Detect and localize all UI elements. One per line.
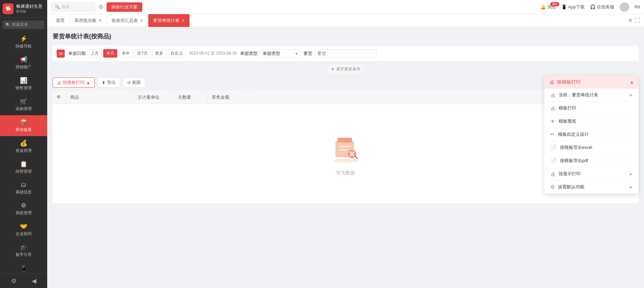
- finance-icon: 💰: [20, 139, 27, 147]
- close-window-icon[interactable]: ✕: [628, 17, 633, 24]
- tab-inventory-batch[interactable]: 库存批次账 ✕: [70, 14, 107, 27]
- sidebar-item-system[interactable]: ⚙ 系统管理: [0, 198, 47, 219]
- sidebar-item-basic-info[interactable]: 🗂 基础信息: [0, 178, 47, 198]
- default-fn-arrow: ▶: [630, 185, 633, 189]
- tab-receipt-summary-close[interactable]: ✕: [140, 18, 143, 23]
- sidebar-item-corp-collab[interactable]: 🤝 企业协同: [0, 219, 47, 240]
- trial-button[interactable]: 体验行业方案: [107, 2, 142, 12]
- app-badge: 标准版: [16, 9, 42, 14]
- dropdown-display-print[interactable]: 🖨 按显示打印 ▶: [544, 167, 639, 181]
- maximize-window-icon[interactable]: ⛶: [635, 18, 640, 24]
- doc-type-select-wrapper: 单据类型 ▼: [260, 49, 300, 58]
- inventory-icon: 📦: [20, 119, 27, 126]
- dropdown-collapse-icon[interactable]: ▲: [630, 80, 634, 85]
- export-button[interactable]: ⬆ 导出: [97, 77, 120, 88]
- sidebar-item-label: 销售管理: [16, 85, 32, 91]
- page-title: 要货单统计表(按商品): [53, 32, 639, 40]
- dropdown-template-custom[interactable]: ✏ 模板自定义设计: [544, 128, 639, 141]
- sidebar-item-newbie[interactable]: 🎓 新手引导: [0, 240, 47, 261]
- date-filter-label: 单据日期: [68, 51, 86, 57]
- collapse-icon[interactable]: ◀: [32, 277, 36, 285]
- filter-expand-button[interactable]: ≫: [57, 50, 65, 58]
- logo-icon: 畅: [3, 3, 13, 14]
- tab-home[interactable]: 首页: [51, 14, 70, 27]
- sidebar: 畅 畅康通好生意 标准版 🔍 搜索菜单 ⚡ 快捷导航 📢 营销推广 📊 销售管理…: [0, 0, 47, 288]
- chevron-down-icon: ▼: [331, 67, 335, 72]
- expand-more-button[interactable]: ▼ 展开更多条件: [327, 65, 364, 73]
- sidebar-item-app-center[interactable]: 📱 应用中心: [0, 261, 47, 274]
- date-btn-custom[interactable]: 自定义: [168, 49, 186, 58]
- dropdown-template-preview[interactable]: 👁 模板预览: [544, 115, 639, 128]
- sidebar-item-inventory[interactable]: 📦 库存核算: [0, 115, 47, 136]
- default-fn-label: 设置默认功能: [558, 184, 584, 190]
- app-download-button[interactable]: 📱 App下载: [561, 4, 585, 10]
- sidebar-search[interactable]: 🔍 搜索菜单: [3, 21, 45, 29]
- chevron-up-icon: ▲: [86, 80, 90, 85]
- dropdown-default-fn[interactable]: ⚙ 设置默认功能 ▶: [544, 181, 639, 194]
- sidebar-item-label: 经营管理: [16, 169, 32, 174]
- dropdown-header-left: 🖨 按模板打印: [549, 79, 581, 85]
- th-settings[interactable]: ⚙: [53, 91, 66, 104]
- newbie-icon: 🎓: [20, 244, 27, 251]
- refresh-button[interactable]: ↺ 刷新: [123, 77, 145, 88]
- svg-point-0: [333, 159, 358, 163]
- settings-footer-icon[interactable]: ⚙: [11, 277, 17, 285]
- topbar: 🔍 搜索 ⚙ 体验行业方案 🔔 消息 99+ 📱 App下载 🎧 在线客服 Ri…: [47, 0, 644, 14]
- tab-order-summary-close[interactable]: ✕: [181, 18, 185, 23]
- sidebar-item-quick-nav[interactable]: ⚡ 快捷导航: [0, 32, 47, 53]
- dropdown-template-pdf[interactable]: 📄 按模板导出pdf: [544, 154, 639, 167]
- date-btn-this-year[interactable]: 本年: [119, 49, 133, 58]
- default-fn-icon: ⚙: [550, 184, 555, 190]
- dropdown-template-excel[interactable]: 📄 按模板导出excel: [544, 141, 639, 154]
- template-preview-icon: 👁: [550, 119, 555, 124]
- bell-icon: 🔔: [540, 4, 546, 9]
- date-btn-7days[interactable]: 近7天: [134, 49, 151, 58]
- topbar-gear-icon[interactable]: ⚙: [98, 4, 103, 10]
- date-btn-this-month[interactable]: 本月: [103, 49, 117, 58]
- tab-receipt-summary-label: 收发存汇总表: [112, 18, 138, 24]
- basic-info-icon: 🗂: [21, 181, 27, 188]
- online-service-label: 在线客服: [597, 4, 614, 10]
- sidebar-item-label: 资金管理: [16, 148, 32, 154]
- export-label: 导出: [107, 79, 116, 86]
- topbar-search[interactable]: 🔍 搜索: [51, 2, 95, 11]
- current-item-icon: 🖨: [550, 92, 555, 98]
- online-service-button[interactable]: 🎧 在线客服: [590, 4, 614, 10]
- dropdown-header[interactable]: 🖨 按模板打印 ▲: [544, 76, 639, 89]
- template-print-label: 按模板打印: [63, 79, 85, 86]
- printer-icon: 🖨: [57, 80, 61, 85]
- sidebar-item-label: 基础信息: [16, 189, 32, 195]
- yh-filter: 要货: [303, 49, 377, 58]
- message-badge: 99+: [550, 2, 559, 6]
- template-print-menu-label: 模板打印: [559, 105, 576, 111]
- doc-type-select[interactable]: 单据类型: [260, 49, 300, 58]
- tab-home-label: 首页: [56, 18, 65, 24]
- username-label[interactable]: Rit: [635, 4, 640, 9]
- date-btn-more[interactable]: 更多: [152, 49, 166, 58]
- sidebar-item-label: 新手引导: [16, 252, 32, 258]
- sidebar-item-finance[interactable]: 💰 资金管理: [0, 136, 47, 157]
- tab-order-summary-label: 要货单统计表: [153, 18, 179, 24]
- template-print-menu-icon: 🖨: [550, 105, 555, 111]
- dropdown-current-item[interactable]: 🖨 当前：要货单统计表 ▶: [544, 89, 639, 102]
- user-avatar[interactable]: [620, 2, 629, 12]
- sidebar-item-marketing[interactable]: 📢 营销推广: [0, 53, 47, 73]
- yh-input[interactable]: [314, 49, 377, 58]
- sidebar-item-purchase[interactable]: 🛒 采购管理: [0, 94, 47, 115]
- sidebar-item-sales[interactable]: 📊 销售管理: [0, 73, 47, 94]
- tab-order-summary[interactable]: 要货单统计表 ✕: [148, 14, 190, 27]
- search-label: 搜索菜单: [12, 22, 28, 28]
- messages-button[interactable]: 🔔 消息 99+: [540, 4, 556, 10]
- operations-icon: 📋: [20, 160, 27, 168]
- th-product: 商品: [66, 91, 134, 104]
- template-print-button[interactable]: 🖨 按模板打印 ▲: [53, 77, 95, 88]
- quick-nav-icon: ⚡: [20, 35, 27, 42]
- template-custom-icon: ✏: [550, 131, 555, 137]
- tab-receipt-summary[interactable]: 收发存汇总表 ✕: [107, 14, 148, 27]
- topbar-right: 🔔 消息 99+ 📱 App下载 🎧 在线客服 Rit: [540, 2, 640, 12]
- date-btn-last-month[interactable]: 上月: [88, 49, 102, 58]
- mobile-icon: 📱: [561, 4, 567, 9]
- dropdown-template-print[interactable]: 🖨 模板打印: [544, 102, 639, 115]
- sidebar-item-operations[interactable]: 📋 经营管理: [0, 157, 47, 178]
- tab-inventory-batch-close[interactable]: ✕: [98, 18, 102, 23]
